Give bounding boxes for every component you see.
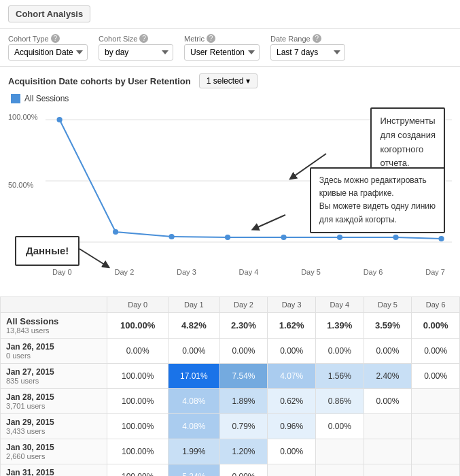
col-header-cohort (1, 297, 107, 313)
cell-day3: 0.00% (268, 439, 316, 464)
x-label-day4: Day 4 (239, 268, 259, 276)
chevron-down-icon: ▾ (246, 76, 250, 86)
x-label-day3: Day 3 (177, 268, 196, 276)
table-row: All Sessions13,843 users100.00%4.82%2.30… (1, 313, 460, 339)
top-bar: Cohort Analysis (0, 0, 460, 29)
cell-day3 (268, 464, 316, 477)
row-header: Jan 28, 20153,701 users (1, 389, 107, 414)
data-callout: Данные! (15, 236, 79, 266)
metric-filter: Metric ? User Retention (184, 34, 260, 61)
cell-day3: 4.07% (268, 364, 316, 389)
cell-day0: 0.00% (107, 339, 169, 364)
cell-day1: 1.99% (168, 439, 219, 464)
cell-day3: 0.00% (268, 339, 316, 364)
cell-day1: 17.01% (168, 364, 219, 389)
date-range-label: Date Range ? (270, 34, 345, 43)
cell-day3: 0.96% (268, 414, 316, 439)
y-label-50: 50.00% (8, 181, 46, 189)
cell-day5 (364, 464, 412, 477)
legend-color-swatch (11, 94, 20, 103)
cell-day6: 0.00% (412, 313, 460, 339)
cell-day2: 0.79% (219, 414, 268, 439)
cell-day5 (364, 414, 412, 439)
metric-help-icon[interactable]: ? (207, 34, 215, 43)
metric-select[interactable]: User Retention (184, 44, 260, 61)
col-header-day2: Day 2 (219, 297, 268, 313)
svg-line-6 (79, 249, 107, 266)
date-range-help-icon[interactable]: ? (313, 34, 321, 43)
col-header-day3: Day 3 (268, 297, 316, 313)
cell-day2: 1.20% (219, 439, 268, 464)
cell-day3: 0.62% (268, 389, 316, 414)
y-label-100: 100.00% (8, 113, 46, 121)
data-arrow-icon (79, 249, 113, 269)
cohort-size-help-icon[interactable]: ? (139, 34, 148, 43)
x-label-day5: Day 5 (301, 268, 321, 276)
x-label-day0: Day 0 (52, 268, 72, 276)
row-header: Jan 26, 20150 users (1, 339, 107, 364)
col-header-day0: Day 0 (107, 297, 169, 313)
svg-line-5 (255, 215, 285, 228)
chart-dot-day6 (337, 235, 342, 240)
table-row: Jan 30, 20152,660 users100.00%1.99%1.20%… (1, 439, 460, 464)
chart-section: Acquisition Date cohorts by User Retenti… (0, 67, 460, 296)
chart-legend: All Sessions (8, 94, 452, 103)
cell-day4: 0.86% (315, 389, 364, 414)
cell-day1: 4.08% (168, 414, 219, 439)
metric-label: Metric ? (184, 34, 260, 43)
cell-day3: 1.62% (268, 313, 316, 339)
cell-day1: 0.00% (168, 339, 219, 364)
cell-day0: 100.00% (107, 464, 169, 477)
row-header: Jan 27, 2015835 users (1, 364, 107, 389)
row-header: Jan 29, 20153,433 users (1, 414, 107, 439)
table-row: Jan 27, 2015835 users100.00%17.01%7.54%4… (1, 364, 460, 389)
cell-day6 (412, 389, 460, 414)
data-table-container: Day 0 Day 1 Day 2 Day 3 Day 4 Day 5 Day … (0, 296, 460, 476)
cohort-type-filter: Cohort Type ? Acquisition Date (8, 34, 88, 61)
chart-dot-day5 (281, 235, 286, 240)
legend-label: All Sessions (24, 94, 69, 103)
cell-day0: 100.00% (107, 389, 169, 414)
cohort-type-select[interactable]: Acquisition Date (8, 44, 88, 61)
cohort-size-select[interactable]: by day (99, 44, 173, 61)
cell-day4: 1.56% (315, 364, 364, 389)
table-header-row: Day 0 Day 1 Day 2 Day 3 Day 4 Day 5 Day … (1, 297, 460, 313)
cell-day6: 0.00% (412, 339, 460, 364)
cell-day6 (412, 439, 460, 464)
date-range-select[interactable]: Last 7 days (270, 44, 345, 61)
cell-day0: 100.00% (107, 364, 169, 389)
cell-day4 (315, 439, 364, 464)
col-header-day6: Day 6 (412, 297, 460, 313)
cell-day5: 0.00% (364, 339, 412, 364)
cohort-type-help-icon[interactable]: ? (51, 34, 60, 43)
chart-title: Acquisition Date cohorts by User Retenti… (8, 76, 191, 86)
edit-arrow-icon (251, 211, 285, 232)
cell-day2: 7.54% (219, 364, 268, 389)
cohort-size-filter: Cohort Size ? by day (99, 34, 173, 61)
cell-day5: 0.00% (364, 389, 412, 414)
x-label-day6: Day 6 (364, 268, 383, 276)
chart-dot-day7 (393, 235, 398, 240)
col-header-day5: Day 5 (364, 297, 412, 313)
cell-day4: 0.00% (315, 414, 364, 439)
selected-button[interactable]: 1 selected ▾ (199, 73, 258, 88)
row-header: All Sessions13,843 users (1, 313, 107, 339)
cell-day2: 0.00% (219, 339, 268, 364)
cell-day2: 1.89% (219, 389, 268, 414)
table-row: Jan 28, 20153,701 users100.00%4.08%1.89%… (1, 389, 460, 414)
table-row: Jan 29, 20153,433 users100.00%4.08%0.79%… (1, 414, 460, 439)
cohort-analysis-button[interactable]: Cohort Analysis (8, 5, 90, 22)
chart-dot-day3 (169, 234, 174, 239)
cell-day1: 4.82% (168, 313, 219, 339)
cell-day5: 3.59% (364, 313, 412, 339)
cell-day4: 1.39% (315, 313, 364, 339)
chart-container: 100.00% 50.00% Day 0 Day 2 (8, 106, 452, 296)
cell-day6 (412, 464, 460, 477)
y-axis: 100.00% 50.00% (8, 113, 46, 249)
table-row: Jan 31, 20151,348 users100.00%5.34%0.00% (1, 464, 460, 477)
x-label-day2: Day 2 (115, 268, 135, 276)
col-header-day1: Day 1 (168, 297, 219, 313)
chart-header: Acquisition Date cohorts by User Retenti… (8, 73, 452, 88)
cell-day0: 100.00% (107, 414, 169, 439)
cell-day4: 0.00% (315, 339, 364, 364)
